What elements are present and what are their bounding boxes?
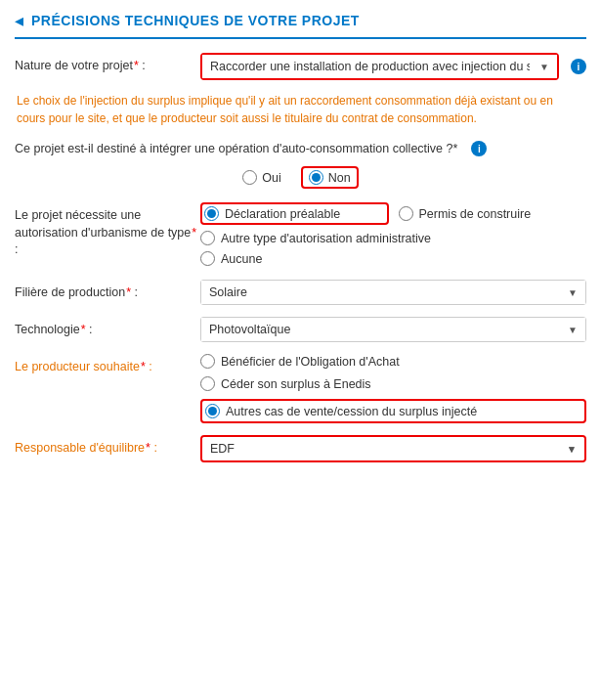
producteur-obligation[interactable]: Bénéficier de l'Obligation d'Achat — [200, 354, 586, 369]
nature-select-inner: Raccorder une installation de production… — [202, 55, 557, 78]
nature-info-icon[interactable]: i — [571, 59, 586, 74]
technologie-select[interactable]: Photovoltaïque — [201, 318, 585, 341]
autoconsommation-info-icon[interactable]: i — [471, 141, 487, 156]
urbanisme-label: Le projet nécessite une autorisation d'u… — [15, 202, 200, 259]
warning-text: Le choix de l'injection du surplus impli… — [15, 92, 586, 127]
responsable-select-inner: EDF ▼ — [202, 437, 584, 460]
producteur-label: Le producteur souhaite* : — [15, 354, 200, 376]
technologie-select-wrapper: Photovoltaïque — [200, 317, 586, 342]
urbanisme-permis[interactable]: Permis de construire — [399, 202, 587, 225]
technologie-label: Technologie* : — [15, 317, 200, 339]
page-header: ◂ PRÉCISIONS TECHNIQUES DE VOTRE PROJET — [15, 10, 586, 39]
nature-field: Raccorder une installation de production… — [200, 53, 586, 80]
urbanisme-field: Déclaration préalable Permis de construi… — [200, 202, 586, 266]
urbanisme-aucune-radio[interactable] — [200, 251, 215, 266]
producteur-surplus-enedis-radio[interactable] — [200, 376, 215, 391]
nature-label: Nature de votre projet* : — [15, 53, 200, 75]
autoconsommation-oui[interactable]: Oui — [242, 170, 280, 185]
autoconsommation-non[interactable]: Non — [301, 166, 359, 189]
urbanisme-aucune[interactable]: Aucune — [200, 251, 389, 266]
autoconsommation-options: Oui Non — [15, 166, 586, 189]
urbanisme-autre[interactable]: Autre type d'autorisation administrative — [200, 231, 586, 245]
technologie-row: Technologie* : Photovoltaïque — [15, 317, 586, 342]
autoconsommation-non-radio[interactable] — [309, 170, 323, 185]
producteur-surplus-enedis[interactable]: Céder son surplus à Enedis — [200, 376, 586, 391]
producteur-options: Bénéficier de l'Obligation d'Achat Céder… — [200, 354, 586, 423]
technologie-field: Photovoltaïque — [200, 317, 586, 342]
autoconsommation-question: Ce projet est-il destiné à intégrer une … — [15, 142, 457, 155]
producteur-row: Le producteur souhaite* : Bénéficier de … — [15, 354, 586, 423]
urbanisme-declaration[interactable]: Déclaration préalable — [200, 202, 389, 225]
filiere-select[interactable]: Solaire — [201, 281, 585, 304]
producteur-autres-radio[interactable] — [205, 404, 220, 418]
producteur-field: Bénéficier de l'Obligation d'Achat Céder… — [200, 354, 586, 423]
urbanisme-options: Déclaration préalable Permis de construi… — [200, 202, 586, 266]
producteur-autres[interactable]: Autres cas de vente/cession du surplus i… — [200, 399, 586, 423]
nature-select[interactable]: Raccorder une installation de production… — [202, 55, 557, 78]
filiere-label: Filière de production* : — [15, 280, 200, 302]
filiere-select-wrapper: Solaire — [200, 280, 586, 305]
urbanisme-permis-radio[interactable] — [399, 206, 413, 221]
urbanisme-autre-radio[interactable] — [200, 231, 215, 245]
responsable-field: EDF ▼ — [200, 435, 586, 462]
nature-row: Nature de votre projet* : Raccorder une … — [15, 53, 586, 80]
producteur-obligation-radio[interactable] — [200, 354, 215, 369]
responsable-select[interactable]: EDF — [202, 437, 584, 460]
section-icon: ◂ — [15, 10, 23, 31]
nature-select-wrapper: Raccorder une installation de production… — [200, 53, 559, 80]
urbanisme-declaration-radio[interactable] — [204, 206, 219, 221]
filiere-row: Filière de production* : Solaire — [15, 280, 586, 305]
responsable-row: Responsable d'équilibre* : EDF ▼ — [15, 435, 586, 462]
autoconsommation-oui-radio[interactable] — [242, 170, 257, 185]
urbanisme-row: Le projet nécessite une autorisation d'u… — [15, 202, 586, 266]
responsable-select-wrapper: EDF ▼ — [200, 435, 586, 462]
filiere-field: Solaire — [200, 280, 586, 305]
autoconsommation-row: Ce projet est-il destiné à intégrer une … — [15, 141, 586, 156]
page-title: PRÉCISIONS TECHNIQUES DE VOTRE PROJET — [31, 13, 360, 28]
responsable-label: Responsable d'équilibre* : — [15, 435, 200, 458]
